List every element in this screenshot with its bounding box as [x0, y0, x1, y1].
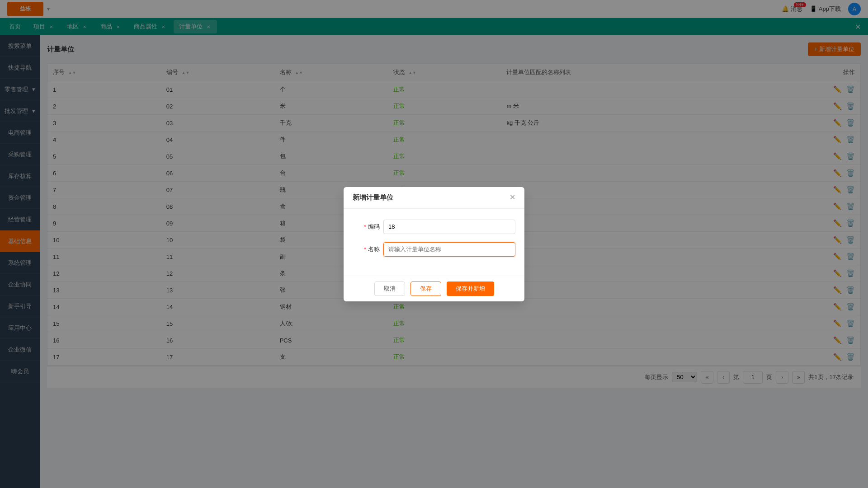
modal-header: 新增计量单位 ✕: [344, 187, 524, 209]
cancel-button[interactable]: 取消: [374, 282, 405, 296]
form-row-code: *编码: [353, 220, 515, 234]
add-unit-modal: 新增计量单位 ✕ *编码 *名称 取消 保存 保存并新增: [344, 187, 524, 301]
save-button[interactable]: 保存: [410, 282, 441, 296]
code-label: *编码: [353, 223, 380, 231]
modal-footer: 取消 保存 保存并新增: [344, 276, 524, 301]
modal-close-button[interactable]: ✕: [509, 194, 515, 201]
modal-title: 新增计量单位: [353, 193, 393, 202]
name-input[interactable]: [383, 242, 515, 257]
modal-body: *编码 *名称: [344, 209, 524, 276]
save-and-new-button[interactable]: 保存并新增: [447, 282, 494, 296]
code-input[interactable]: [383, 220, 515, 234]
form-row-name: *名称: [353, 242, 515, 257]
modal-overlay: 新增计量单位 ✕ *编码 *名称 取消 保存 保存并新增: [0, 0, 868, 488]
name-label: *名称: [353, 245, 380, 253]
